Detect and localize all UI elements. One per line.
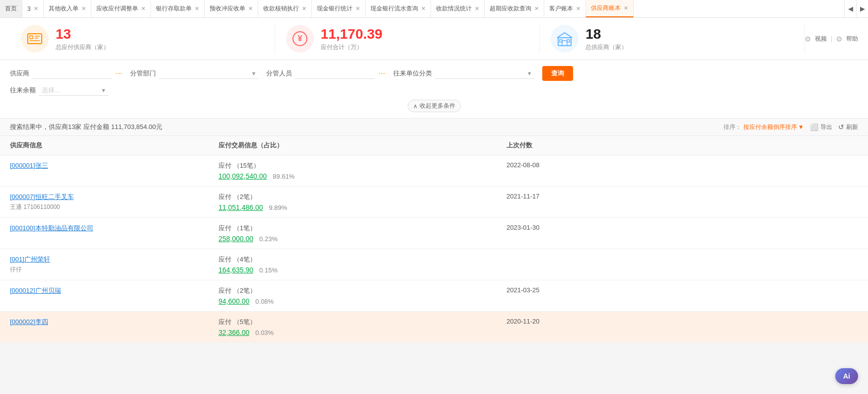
export-button[interactable]: ⬜ 导出	[810, 123, 832, 131]
person-filter-dots[interactable]: ···	[378, 69, 385, 78]
balance-filter-input[interactable]	[39, 85, 108, 96]
category-filter-input[interactable]	[435, 68, 534, 79]
close-icon[interactable]: ✕	[421, 5, 426, 12]
nav-tab-adjustment[interactable]: 应收应付调整单 ✕	[91, 0, 151, 17]
nav-tab-supplier-account[interactable]: 供应商账本 ✕	[586, 0, 634, 17]
supplier-link[interactable]: [000002]李四	[10, 318, 218, 327]
table-row: [000100]本特勤油品有限公司 应付 （1笔） 258,000.00 0.2…	[0, 218, 868, 249]
supplier-filter-input[interactable]	[32, 68, 112, 79]
transaction-line: 应付 （1笔）	[218, 224, 506, 233]
table-row: [000007]恒旺二手叉车 王通 17106110000 应付 （2笔） 11…	[0, 187, 868, 218]
category-filter-label: 往来单位分类	[393, 69, 432, 78]
transaction-cell: 应付 （1笔） 258,000.00 0.23%	[218, 224, 506, 243]
department-filter-input[interactable]	[159, 68, 258, 79]
table-header: 供应商信息 应付交易信息（占比） 上次付数	[0, 136, 868, 155]
total-suppliers-label: 总供应商（家）	[585, 43, 627, 52]
tx-count: （2笔）	[233, 287, 256, 294]
summary-content-amount: 11,170.39 应付合计（万）	[321, 26, 383, 52]
nav-tab-bank[interactable]: 银行存取款单 ✕	[151, 0, 205, 17]
supplier-filter-label: 供应商	[10, 69, 29, 78]
close-icon[interactable]: ✕	[34, 5, 38, 12]
transaction-line: 应付 （2笔）	[218, 193, 506, 201]
nav-tab-receipt-execute[interactable]: 收款核销执行 ✕	[258, 0, 312, 17]
tx-amount-link[interactable]: 100,092,540.00	[218, 172, 267, 180]
col-header-transaction: 应付交易信息（占比）	[218, 141, 506, 150]
nav-tab-receipt-stats-label: 收款情况统计	[436, 4, 472, 13]
nav-tab-receipt-execute-label: 收款核销执行	[263, 4, 299, 13]
nav-tab-cash-stats-label: 现金银行统计	[317, 4, 353, 13]
sort-value-text: 按应付余额倒序排序	[743, 123, 797, 131]
close-icon[interactable]: ✕	[624, 5, 628, 11]
supplier-info-cell: [000012]广州贝瑞	[10, 286, 218, 295]
tx-amount-link[interactable]: 258,000.00	[218, 235, 253, 243]
svg-rect-10	[567, 40, 570, 42]
transaction-line: 应付 （5笔）	[218, 318, 506, 327]
nav-scroll-left-button[interactable]: ◀	[844, 0, 856, 18]
close-icon[interactable]: ✕	[302, 5, 306, 12]
supplier-filter-dots[interactable]: ···	[116, 69, 122, 78]
result-bar: 搜索结果中，供应商13家 应付金额 111,703,854.00元 排序： 按应…	[0, 119, 868, 136]
nav-tab-prepay[interactable]: 预收冲应收单 ✕	[205, 0, 258, 17]
person-filter-label: 分管人员	[266, 69, 292, 78]
close-icon[interactable]: ✕	[534, 5, 539, 12]
nav-tab-customer-account[interactable]: 客户账本 ✕	[544, 0, 586, 17]
tx-amount-link[interactable]: 11,051,486.00	[218, 203, 263, 211]
tx-amount-row: 100,092,540.00 89.61%	[218, 172, 506, 180]
nav-tab-3-label: 3	[27, 5, 31, 12]
circle-icon: ⊙	[805, 35, 811, 43]
table-row: [000002]李四 应付 （5笔） 32,366.00 0.03% 2020-…	[0, 312, 868, 343]
supplier-link[interactable]: [001]广州荣轩	[10, 255, 218, 264]
nav-tab-overdue[interactable]: 超期应收款查询 ✕	[485, 0, 544, 17]
filter-row-1: 供应商 ··· 分管部门 ▼ 分管人员 ··· 往来单位分类 ▼ 查询	[10, 66, 858, 81]
circle-icon-2: ⊙	[836, 35, 842, 43]
supplier-link[interactable]: [000012]广州贝瑞	[10, 286, 218, 295]
result-summary: 搜索结果中，供应商13家 应付金额 111,703,854.00元	[10, 123, 162, 131]
summary-content-total-suppliers: 18 总供应商（家）	[585, 26, 627, 52]
summary-bar: 13 总应付供应商（家） ¥ 11,170.39 应付合计（万）	[0, 18, 868, 60]
video-link[interactable]: 视频	[815, 35, 827, 43]
close-icon[interactable]: ✕	[81, 5, 86, 12]
help-link[interactable]: 帮助	[846, 35, 858, 43]
tx-percent: 0.08%	[255, 298, 274, 305]
tx-amount-link[interactable]: 32,366.00	[218, 328, 249, 336]
supplier-info-cell: [000007]恒旺二手叉车 王通 17106110000	[10, 193, 218, 211]
nav-tab-cash-flow[interactable]: 现金银行流水查询 ✕	[365, 0, 431, 17]
transaction-cell: 应付 （2笔） 11,051,486.00 9.89%	[218, 193, 506, 211]
refresh-button[interactable]: ↺ 刷新	[838, 123, 858, 131]
summary-card-total-amount: ¥ 11,170.39 应付合计（万）	[275, 24, 540, 54]
transaction-line: 应付 （4笔）	[218, 255, 506, 264]
close-icon[interactable]: ✕	[475, 5, 479, 12]
nav-tab-receipt-stats[interactable]: 收款情况统计 ✕	[431, 0, 485, 17]
person-filter-input[interactable]	[295, 68, 374, 79]
nav-tab-3[interactable]: 3 ✕	[22, 0, 44, 17]
tx-amount-link[interactable]: 94,600.00	[218, 297, 249, 305]
filter-person: 分管人员 ···	[266, 68, 385, 79]
sort-value-button[interactable]: 按应付余额倒序排序 ▼	[743, 123, 804, 131]
nav-tab-overdue-label: 超期应收款查询	[490, 4, 531, 13]
close-icon[interactable]: ✕	[141, 5, 145, 12]
nav-tab-cash-stats[interactable]: 现金银行统计 ✕	[312, 0, 365, 17]
supplier-sub-info: 王通 17106110000	[10, 203, 218, 211]
nav-tab-home[interactable]: 首页	[0, 0, 22, 17]
tx-amount-link[interactable]: 164,635.90	[218, 266, 253, 274]
supplier-table: 供应商信息 应付交易信息（占比） 上次付数 [000001]张三 应付 （15笔…	[0, 136, 868, 343]
supplier-link[interactable]: [000001]张三	[10, 161, 218, 170]
supplier-info-cell: [000001]张三	[10, 161, 218, 170]
nav-tab-adjustment-label: 应收应付调整单	[96, 4, 138, 13]
close-icon[interactable]: ✕	[576, 5, 580, 12]
nav-tab-other-income[interactable]: 其他收入单 ✕	[44, 0, 91, 17]
close-icon[interactable]: ✕	[248, 5, 253, 12]
transaction-cell: 应付 （5笔） 32,366.00 0.03%	[218, 318, 506, 336]
supplier-link[interactable]: [000007]恒旺二手叉车	[10, 193, 218, 201]
sort-label: 排序：	[723, 123, 741, 131]
tx-percent: 89.61%	[273, 173, 294, 180]
filter-balance: 往来余额 ▼	[10, 85, 108, 96]
tx-count: （1笔）	[233, 224, 256, 232]
query-button[interactable]: 查询	[542, 66, 573, 81]
supplier-link[interactable]: [000100]本特勤油品有限公司	[10, 224, 218, 233]
close-icon[interactable]: ✕	[195, 5, 199, 12]
tx-count: （4笔）	[233, 256, 256, 263]
close-icon[interactable]: ✕	[356, 5, 360, 12]
nav-scroll-right-button[interactable]: ▶	[856, 0, 868, 18]
collapse-button[interactable]: ∧ 收起更多条件	[408, 100, 461, 112]
